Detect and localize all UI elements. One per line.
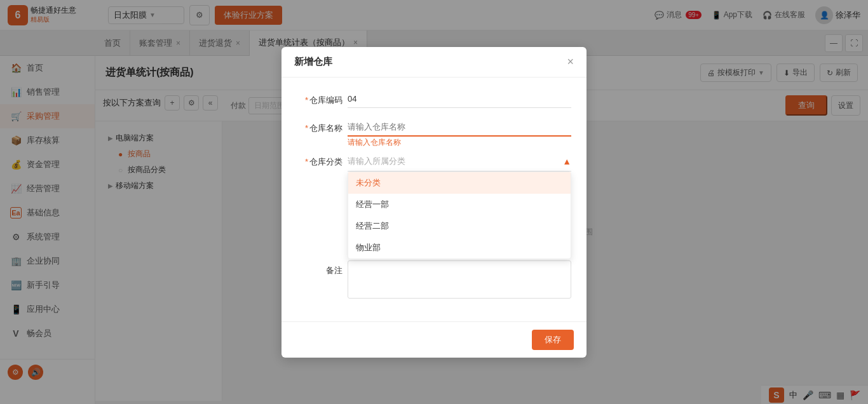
category-placeholder: 请输入所属分类: [348, 156, 562, 167]
modal-close-button[interactable]: ×: [567, 56, 574, 67]
add-warehouse-modal: 新增仓库 × 仓库编码 仓库名称 请输入仓库名称 仓库分类: [281, 47, 587, 358]
code-row: 仓库编码: [297, 90, 571, 108]
category-label: 仓库分类: [297, 152, 348, 168]
category-dropdown: 未分类 经营一部 经营二部 物业部: [348, 172, 571, 259]
dropdown-item-dept2[interactable]: 经营二部: [348, 215, 571, 237]
category-row: 仓库分类 请输入所属分类 ▲ 未分类 经营一部 经营二部 物业部: [297, 152, 571, 172]
save-button[interactable]: 保存: [532, 330, 574, 350]
dropdown-item-dept3[interactable]: 物业部: [348, 237, 571, 259]
modal-body: 仓库编码 仓库名称 请输入仓库名称 仓库分类 请输入所属分类 ▲: [281, 77, 587, 321]
code-input[interactable]: [348, 90, 571, 108]
remark-input[interactable]: [348, 260, 571, 299]
name-label: 仓库名称: [297, 118, 348, 134]
modal-footer: 保存: [281, 321, 587, 358]
code-label: 仓库编码: [297, 90, 348, 106]
dropdown-item-unclassified[interactable]: 未分类: [348, 172, 571, 194]
chevron-up-icon: ▲: [562, 156, 571, 166]
dropdown-item-dept1[interactable]: 经营一部: [348, 194, 571, 215]
modal-header: 新增仓库 ×: [281, 47, 587, 77]
modal-overlay: 新增仓库 × 仓库编码 仓库名称 请输入仓库名称 仓库分类: [0, 0, 868, 404]
category-select[interactable]: 请输入所属分类 ▲: [348, 152, 571, 172]
name-error-tip: 请输入仓库名称: [348, 137, 401, 148]
name-row: 仓库名称 请输入仓库名称: [297, 118, 571, 137]
remark-label: 备注: [297, 260, 348, 276]
modal-title: 新增仓库: [294, 56, 332, 68]
name-input[interactable]: [348, 118, 571, 137]
remark-row: 备注: [297, 260, 571, 299]
